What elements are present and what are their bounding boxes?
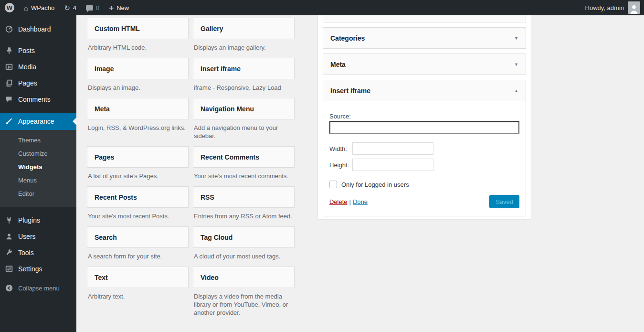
wordpress-logo-button[interactable]: W <box>0 0 19 15</box>
sidebar-item-dashboard[interactable]: Dashboard <box>0 21 76 37</box>
howdy-text[interactable]: Howdy, admin <box>585 4 624 11</box>
height-row: Height: <box>329 159 519 171</box>
comment-bubble-icon <box>86 5 93 11</box>
sidebar-item-pages[interactable]: Pages <box>0 75 76 91</box>
available-widget-cell: Meta Login, RSS, & WordPress.org links. <box>87 98 189 146</box>
logged-in-users-checkbox[interactable] <box>329 181 337 188</box>
settings-sliders-icon <box>4 264 14 274</box>
sidebar-item-tools[interactable]: Tools <box>0 245 76 261</box>
user-silhouette-icon <box>629 3 639 14</box>
submenu-item-label: Widgets <box>18 163 42 171</box>
widget-panel-insert-iframe-header[interactable]: Insert iframe ▲ <box>323 80 526 101</box>
available-widget-text[interactable]: Text <box>87 267 189 288</box>
submenu-item-customize[interactable]: Customize <box>0 147 76 160</box>
sidebar-item-comments[interactable]: Comments <box>0 91 76 107</box>
sidebar-item-label: Users <box>18 233 36 240</box>
submenu-item-themes[interactable]: Themes <box>0 133 76 147</box>
content-area: Custom HTML Arbitrary HTML code. Gallery… <box>76 15 644 332</box>
widget-title: Text <box>95 274 108 281</box>
width-label: Width: <box>329 145 352 152</box>
widget-panel-title: Insert iframe <box>330 87 370 95</box>
widget-description: Arbitrary text. <box>88 292 188 300</box>
chevron-up-icon[interactable]: ▲ <box>514 88 518 93</box>
width-row: Width: <box>329 142 519 155</box>
chevron-down-icon[interactable]: ▼ <box>514 62 518 67</box>
available-widget-cell: Custom HTML Arbitrary HTML code. <box>87 18 189 58</box>
available-widget-cell: Pages A list of your site’s Pages. <box>87 146 189 186</box>
saved-button[interactable]: Saved <box>489 195 519 208</box>
sidebar-item-settings[interactable]: Settings <box>0 261 76 277</box>
sidebar-item-media[interactable]: Media <box>0 59 76 75</box>
admin-bar-right: Howdy, admin <box>585 0 644 15</box>
available-widget-search[interactable]: Search <box>87 226 189 248</box>
available-widget-cell: Gallery Displays an image gallery. <box>193 18 295 58</box>
submenu-item-menus[interactable]: Menus <box>0 173 76 187</box>
height-input[interactable] <box>352 159 433 171</box>
widget-title: Search <box>95 234 117 241</box>
submenu-item-editor[interactable]: Editor <box>0 187 76 200</box>
widget-panel-categories-header[interactable]: Categories ▼ <box>323 27 526 49</box>
available-widget-gallery[interactable]: Gallery <box>193 18 295 39</box>
available-widget-cell: Text Arbitrary text. <box>87 267 189 323</box>
updates-count: 4 <box>73 4 76 11</box>
collapse-menu-button[interactable]: Collapse menu <box>0 280 76 296</box>
widget-title: Image <box>95 65 114 73</box>
sidebar-item-label: Appearance <box>18 118 54 125</box>
site-name-menu[interactable]: ⌂ WPacho <box>19 0 59 15</box>
chevron-down-icon[interactable]: ▼ <box>514 36 518 41</box>
widget-title: Gallery <box>201 25 223 32</box>
available-widgets-list: Custom HTML Arbitrary HTML code. Gallery… <box>87 18 295 323</box>
sidebar-item-appearance[interactable]: Appearance <box>0 113 76 130</box>
done-link[interactable]: Done <box>353 198 368 205</box>
widget-description: Your site’s most recent comments. <box>194 172 294 180</box>
pushpin-icon <box>4 46 14 55</box>
widget-panel-title: Categories <box>330 34 365 42</box>
dashboard-icon <box>4 24 14 34</box>
widget-panel-meta-header[interactable]: Meta ▼ <box>323 54 526 75</box>
available-widget-cell: Navigation Menu Add a navigation menu to… <box>193 98 295 146</box>
submenu-item-label: Editor <box>18 190 34 197</box>
avatar[interactable] <box>628 1 640 14</box>
available-widget-meta[interactable]: Meta <box>87 98 189 119</box>
widget-panel-title: Meta <box>330 61 346 68</box>
plug-icon <box>4 215 14 225</box>
source-input[interactable] <box>329 121 519 134</box>
comments-menu[interactable]: 0 <box>81 0 104 15</box>
person-icon <box>4 232 14 241</box>
side-menu: Dashboard Posts Media Pages Comments App… <box>0 15 76 332</box>
sidebar-item-plugins[interactable]: Plugins <box>0 212 76 228</box>
available-widget-tag-cloud[interactable]: Tag Cloud <box>193 226 295 248</box>
widget-title: Custom HTML <box>95 25 140 32</box>
available-widget-cell: Video Displays a video from the media li… <box>193 267 295 323</box>
sidebar-item-posts[interactable]: Posts <box>0 43 76 59</box>
width-input[interactable] <box>352 142 433 155</box>
plus-icon: + <box>109 4 114 12</box>
submenu-item-label: Menus <box>18 177 37 184</box>
widget-title: Video <box>201 274 219 281</box>
widget-description: Displays an image. <box>88 84 188 92</box>
available-widget-insert-iframe[interactable]: Insert iframe <box>193 58 295 79</box>
available-widget-cell: RSS Entries from any RSS or Atom feed. <box>193 186 295 226</box>
available-widget-rss[interactable]: RSS <box>193 186 295 208</box>
available-widget-recent-comments[interactable]: Recent Comments <box>193 146 295 168</box>
delete-link[interactable]: Delete <box>329 198 348 205</box>
new-content-menu[interactable]: + New <box>104 0 134 15</box>
available-widget-video[interactable]: Video <box>193 267 295 288</box>
available-widget-cell: Recent Comments Your site’s most recent … <box>193 146 295 186</box>
available-widget-cell: Search A search form for your site. <box>87 226 189 267</box>
partial-widget-panel[interactable] <box>323 15 526 22</box>
available-widget-image[interactable]: Image <box>87 58 189 79</box>
logged-in-users-label: Only for Logged in users <box>341 181 409 188</box>
available-widget-navigation-menu[interactable]: Navigation Menu <box>193 98 295 119</box>
available-widget-custom-html[interactable]: Custom HTML <box>87 18 189 39</box>
sidebar-item-users[interactable]: Users <box>0 228 76 245</box>
widget-title: Pages <box>95 153 114 161</box>
available-widget-pages[interactable]: Pages <box>87 146 189 168</box>
submenu-item-widgets[interactable]: Widgets <box>0 160 76 173</box>
sidebar-widgets-container: Categories ▼ Meta ▼ Insert iframe ▲ Sour… <box>317 15 531 220</box>
submenu-item-label: Customize <box>18 150 47 157</box>
widget-title: RSS <box>201 193 214 201</box>
sidebar-item-label: Dashboard <box>18 25 51 33</box>
available-widget-recent-posts[interactable]: Recent Posts <box>87 186 189 208</box>
updates-menu[interactable]: ↻ 4 <box>59 0 81 15</box>
